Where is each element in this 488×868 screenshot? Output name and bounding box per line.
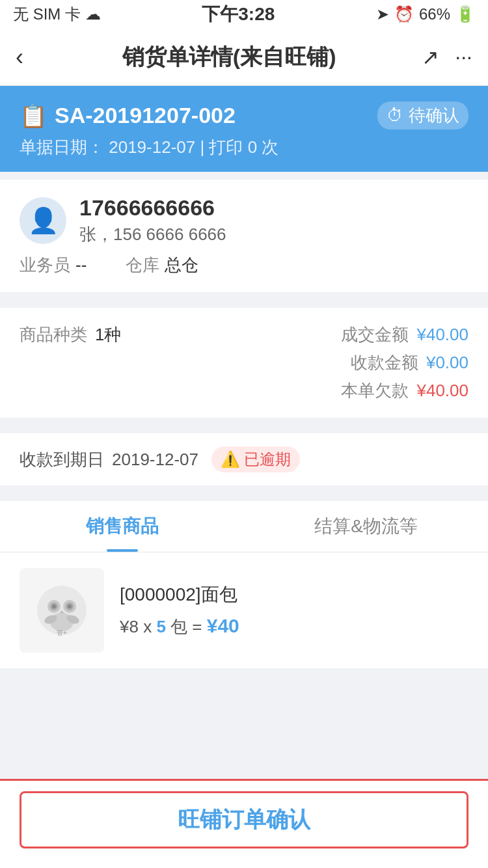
sales-value: -- [75,255,87,275]
tabs-bar: 销售商品 结算&物流等 [0,501,488,552]
amount-value: ¥40.00 [416,325,468,345]
customer-phone: 17666666666 [79,195,226,221]
share-button[interactable]: ↗ [422,45,439,70]
summary-card: 商品种类 1种 成交金额 ¥40.00 收款金额 ¥0.00 本单欠款 ¥40.… [0,308,488,418]
order-icon: 📋 [20,103,47,129]
alarm-icon: ⏰ [394,5,414,23]
due-date-value: 2019-12-07 [112,450,198,470]
more-button[interactable]: ··· [455,45,472,69]
product-thumbnail: 管+ [36,584,88,636]
customer-meta: 业务员 -- 仓库 总仓 [20,254,468,277]
avatar-icon: 👤 [28,206,59,235]
amount-row-1: 成交金额 ¥40.00 [341,323,468,346]
product-price-row: ¥8 x 5 包 = ¥40 [120,615,468,638]
divider-1 [0,172,488,180]
nav-actions: ↗ ··· [422,45,472,70]
tab-sales-label: 销售商品 [86,516,159,536]
received-label: 收款金额 [351,351,418,374]
warning-icon: ⚠️ [221,450,240,468]
svg-point-5 [52,604,56,608]
warehouse-item: 仓库 总仓 [126,254,198,277]
sales-label: 业务员 [20,254,70,277]
svg-text:管+: 管+ [57,629,67,636]
unit-text: 包 [170,617,187,636]
order-id-row: 📋 SA-20191207-002 ⏱ 待确认 [20,102,468,129]
overdue-text: 已逾期 [244,449,291,470]
warehouse-label: 仓库 [126,254,159,277]
status-time: 下午3:28 [202,2,275,27]
product-type-value: 1种 [95,323,121,346]
customer-name: 张，156 6666 6666 [79,223,226,246]
order-date-row: 单据日期： 2019-12-07 | 打印 0 次 [20,136,468,159]
customer-details: 17666666666 张，156 6666 6666 [79,195,226,246]
owed-value: ¥40.00 [416,381,468,401]
received-value: ¥0.00 [426,353,468,373]
tab-settlement-label: 结算&物流等 [314,516,418,536]
order-id-text: SA-20191207-002 [55,103,236,128]
battery-status: 66% [419,5,450,23]
order-date-value: 2019-12-07 [109,137,195,157]
bottom-bar: 旺铺订单确认 [0,779,488,868]
due-date-card: 收款到期日 2019-12-07 ⚠️ 已逾期 [0,433,488,485]
multiply-sign: x [143,617,156,636]
back-button[interactable]: ‹ [16,44,23,71]
amount-label: 成交金额 [341,323,409,346]
order-status-badge: ⏱ 待确认 [377,102,468,129]
total-price: ¥40 [207,615,239,636]
tab-sales-product[interactable]: 销售商品 [0,501,244,552]
amount-row-3: 本单欠款 ¥40.00 [341,379,468,402]
overdue-badge: ⚠️ 已逾期 [211,446,300,472]
sales-item: 业务员 -- [20,254,87,277]
status-left: 无 SIM 卡 ☁ [13,4,101,25]
unit-price: ¥8 [120,617,139,636]
svg-point-6 [68,604,72,608]
product-info: [0000002]面包 ¥8 x 5 包 = ¥40 [120,582,468,638]
customer-row: 👤 17666666666 张，156 6666 6666 [20,195,468,246]
divider-4 [0,493,488,501]
product-code: [0000002] [120,584,201,604]
product-card: 管+ [0000002]面包 ¥8 x 5 包 = ¥40 [0,552,488,668]
sim-status: 无 SIM 卡 ☁ [13,4,101,25]
amount-row-2: 收款金额 ¥0.00 [351,351,468,374]
page-title: 销货单详情(来自旺铺) [36,42,422,72]
amounts-section: 成交金额 ¥40.00 收款金额 ¥0.00 本单欠款 ¥40.00 [341,323,468,402]
divider-3 [0,426,488,433]
owed-label: 本单欠款 [341,379,409,402]
print-info: | 打印 0 次 [200,137,278,157]
order-header: 📋 SA-20191207-002 ⏱ 待确认 单据日期： 2019-12-07… [0,86,488,172]
location-icon: ➤ [376,5,389,23]
product-image: 管+ [20,568,104,653]
clock-icon: ⏱ [386,105,403,126]
nav-bar: ‹ 销货单详情(来自旺铺) ↗ ··· [0,29,488,86]
quantity: 5 [156,617,165,636]
product-type-section: 商品种类 1种 [20,323,121,346]
product-type-label: 商品种类 [20,323,87,346]
product-name-text: 面包 [201,584,237,604]
status-right: ➤ ⏰ 66% 🔋 [376,5,475,23]
confirm-order-button[interactable]: 旺铺订单确认 [20,791,468,848]
customer-card: 👤 17666666666 张，156 6666 6666 业务员 -- 仓库 … [0,180,488,292]
status-bar: 无 SIM 卡 ☁ 下午3:28 ➤ ⏰ 66% 🔋 [0,0,488,29]
warehouse-value: 总仓 [165,254,198,277]
date-label: 单据日期： [20,137,104,157]
due-date-label: 收款到期日 [20,448,104,471]
avatar: 👤 [20,197,66,244]
battery-icon: 🔋 [455,5,475,23]
order-id: 📋 SA-20191207-002 [20,103,236,129]
status-text: 待确认 [409,104,459,127]
product-name: [0000002]面包 [120,582,468,607]
equals-sign: = [192,617,206,636]
tab-settlement[interactable]: 结算&物流等 [244,501,488,552]
divider-2 [0,300,488,308]
